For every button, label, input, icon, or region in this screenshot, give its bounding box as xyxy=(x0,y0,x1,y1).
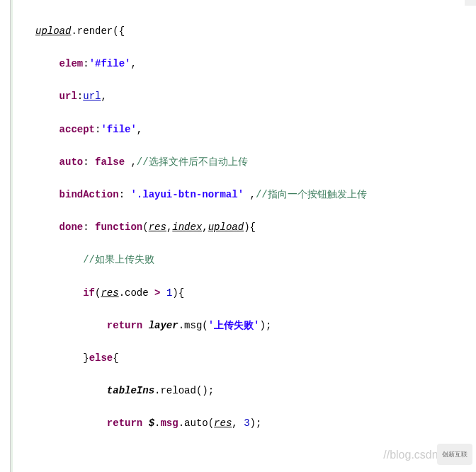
code-line: elem:'#file', xyxy=(35,56,476,72)
code-line: auto: false ,//选择文件后不自动上传 xyxy=(35,154,476,171)
code-line: return $.msg.auto(res, 3); xyxy=(35,415,476,432)
code-line: tableIns.reload(); xyxy=(35,383,476,399)
code-line: upload.render({ xyxy=(35,23,476,40)
code-line: }else{ xyxy=(35,350,476,367)
code-line: accept:'file', xyxy=(35,122,476,138)
code-line: done: function(res,index,upload){ xyxy=(35,219,476,236)
code-line: url:url, xyxy=(35,88,476,105)
code-line: //如果上传失败 xyxy=(35,252,476,268)
watermark-logo: 创新互联 xyxy=(437,444,472,465)
code-line: if(res.code > 1){ xyxy=(35,285,476,301)
code-editor[interactable]: upload.render({ elem:'#file', url:url, a… xyxy=(0,0,476,472)
code-line: bindAction: '.layui-btn-normal' ,//指向一个按… xyxy=(35,187,476,203)
code-line: return layer.msg('上传失败'); xyxy=(35,318,476,334)
